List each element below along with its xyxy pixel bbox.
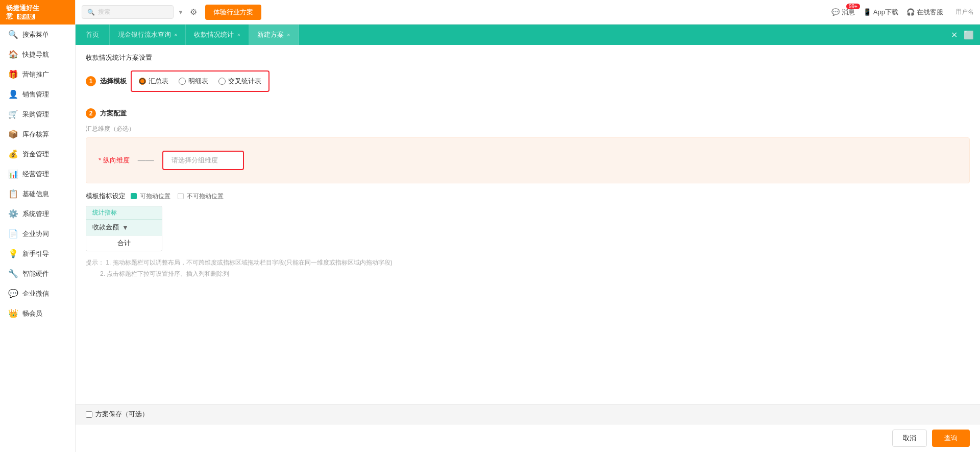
sidebar-item-basic-info[interactable]: 📋 基础信息 [0, 184, 75, 204]
section2-number: 2 [86, 108, 96, 118]
user-icon: 👤 [8, 89, 18, 99]
bulb-icon: 💡 [8, 249, 18, 258]
movable-badge [131, 193, 137, 199]
tips-title: 提示： 1. 拖动标题栏可以调整布局，不可跨维度或指标区域拖动栏目字段(只能在同… [86, 257, 970, 269]
vertical-dimension-label: 纵向维度 [99, 156, 130, 165]
dimension-selector[interactable]: 请选择分组维度 [162, 151, 244, 170]
query-button[interactable]: 查询 [932, 430, 970, 447]
tab-collection-stats[interactable]: 收款情况统计 × [186, 25, 249, 45]
movable-legend: 可拖动位置 不可拖动位置 [131, 192, 224, 201]
sidebar-item-label: 新手引导 [22, 249, 49, 258]
search-menu-icon: 🔍 [8, 30, 18, 39]
sidebar-item-operation[interactable]: 📊 经营管理 [0, 164, 75, 184]
main-area: 🔍 搜索 ▼ ⚙ 体验行业方案 💬 消息 99+ 📱 App下载 🎧 在线客服 … [76, 0, 980, 452]
sidebar-item-new-guide[interactable]: 💡 新手引导 [0, 244, 75, 264]
sidebar-item-label: 畅会员 [22, 309, 42, 318]
dropdown-arrow-icon[interactable]: ▼ [178, 9, 184, 16]
sidebar-item-sales[interactable]: 👤 销售管理 [0, 84, 75, 104]
footer: 方案保存（可选） [76, 404, 980, 424]
tab-new-plan-label: 新建方案 [257, 30, 284, 39]
topbar-right: 💬 消息 99+ 📱 App下载 🎧 在线客服 用户名 [831, 8, 974, 17]
sidebar-item-enterprise-collab[interactable]: 📄 企业协同 [0, 224, 75, 244]
radio-summary[interactable] [139, 78, 146, 85]
page-title: 收款情况统计方案设置 [86, 53, 970, 62]
clipboard-icon: 📋 [8, 189, 18, 199]
dimension-label: 汇总维度（必选） [86, 125, 970, 133]
search-placeholder: 搜索 [98, 8, 110, 16]
trial-button[interactable]: 体验行业方案 [205, 5, 261, 20]
sidebar-item-smart-hardware[interactable]: 🔧 智能硬件 [0, 264, 75, 283]
tab-restore-icon[interactable]: ⬜ [964, 30, 974, 40]
app-download-item[interactable]: 📱 App下载 [863, 8, 898, 17]
radio-detail[interactable] [179, 78, 186, 85]
search-box[interactable]: 🔍 搜索 [82, 5, 174, 19]
tips-section: 提示： 1. 拖动标题栏可以调整布局，不可跨维度或指标区域拖动栏目字段(只能在同… [86, 257, 970, 279]
sidebar-item-enterprise-wechat[interactable]: 💬 企业微信 [0, 283, 75, 303]
tabbar: 首页 现金银行流水查询 × 收款情况统计 × 新建方案 × ✕ ⬜ [76, 25, 980, 45]
message-badge: 99+ [846, 4, 860, 9]
radio-cross[interactable] [218, 78, 226, 85]
indicator-table: 统计指标 收款金额 ▼ 合计 [86, 206, 162, 251]
sidebar-item-label: 经营管理 [22, 170, 49, 179]
tab-new-plan-close[interactable]: × [287, 32, 290, 38]
section-config: 2 方案配置 汇总维度（必选） 纵向维度 —— 请选择分组维度 [86, 108, 970, 279]
app-download-label: App下载 [873, 8, 898, 17]
sidebar-item-purchase[interactable]: 🛒 采购管理 [0, 104, 75, 124]
sidebar-item-marketing[interactable]: 🎁 营销推广 [0, 64, 75, 84]
option-detail-label: 明细表 [188, 77, 208, 86]
sidebar-item-label: 企业协同 [22, 229, 49, 239]
tip1: 1. 拖动标题栏可以调整布局，不可跨维度或指标区域拖动栏目字段(只能在同一维度或… [106, 259, 392, 266]
sidebar-item-label: 采购管理 [22, 110, 49, 119]
online-support-item[interactable]: 🎧 在线客服 [906, 8, 943, 17]
option-cross-label: 交叉统计表 [228, 77, 261, 86]
option-detail[interactable]: 明细表 [179, 77, 208, 86]
tab-close-all-icon[interactable]: ✕ [951, 30, 958, 40]
option-summary[interactable]: 汇总表 [139, 77, 168, 86]
tab-home[interactable]: 首页 [76, 25, 110, 45]
sidebar-item-search-menu[interactable]: 🔍 搜索菜单 [0, 25, 75, 44]
tabbar-actions: ✕ ⬜ [951, 30, 980, 40]
headset-icon: 🎧 [906, 8, 915, 16]
tab-collection-stats-close[interactable]: × [237, 32, 240, 38]
save-checkbox[interactable] [86, 411, 92, 418]
option-cross[interactable]: 交叉统计表 [218, 77, 261, 86]
sidebar-item-finance[interactable]: 💰 资金管理 [0, 144, 75, 164]
dimension-row: 纵向维度 —— 请选择分组维度 [99, 151, 957, 170]
tip2: 2. 点击标题栏下拉可设置排序、插入列和删除列 [86, 269, 970, 280]
tab-cash-bank[interactable]: 现金银行流水查询 × [110, 25, 186, 45]
section1-title: 选择模板 [100, 77, 127, 86]
chat-icon: 💬 [8, 289, 18, 298]
user-name: 用户名 [955, 8, 974, 16]
column-header[interactable]: 收款金额 ▼ [86, 220, 162, 235]
indicator-settings: 模板指标设定 可拖动位置 不可拖动位置 统计指标 [86, 192, 970, 251]
logo-badge: 标准版 [17, 14, 35, 19]
message-item[interactable]: 💬 消息 99+ [831, 8, 855, 17]
sidebar-item-system[interactable]: ⚙️ 系统管理 [0, 204, 75, 224]
logo-subtext: 意 标准版 [6, 12, 39, 20]
sidebar-item-label: 基础信息 [22, 189, 49, 199]
sidebar-item-label: 企业微信 [22, 289, 49, 298]
sidebar-item-inventory[interactable]: 📦 库存核算 [0, 124, 75, 144]
tab-cash-bank-close[interactable]: × [174, 32, 177, 38]
settings-icon[interactable]: ⚙ [190, 7, 197, 17]
section2-header: 2 方案配置 [86, 108, 970, 118]
template-options: 汇总表 明细表 交叉统计表 [131, 70, 270, 92]
not-movable-badge [178, 193, 184, 199]
tab-collection-stats-label: 收款情况统计 [194, 30, 234, 39]
section1-number: 1 [86, 76, 96, 86]
section1-header: 1 选择模板 汇总表 明细表 交叉统计表 [86, 70, 970, 92]
tab-new-plan[interactable]: 新建方案 × [249, 25, 299, 45]
save-option-label: 方案保存（可选） [95, 410, 149, 419]
sidebar-logo: 畅捷通好生 意 标准版 [0, 0, 75, 25]
cancel-button[interactable]: 取消 [892, 430, 927, 447]
sidebar-item-label: 营销推广 [22, 70, 49, 79]
section-template: 1 选择模板 汇总表 明细表 交叉统计表 [86, 70, 970, 98]
content-area: 收款情况统计方案设置 1 选择模板 汇总表 明细表 [76, 45, 980, 452]
sidebar-item-label: 快捷导航 [22, 50, 49, 59]
search-icon: 🔍 [87, 9, 95, 16]
sidebar-item-member[interactable]: 👑 畅会员 [0, 303, 75, 323]
save-option[interactable]: 方案保存（可选） [86, 410, 149, 419]
logo-text: 畅捷通好生 [6, 4, 39, 12]
home-icon: 🏠 [8, 50, 18, 59]
sidebar-item-quick-nav[interactable]: 🏠 快捷导航 [0, 44, 75, 64]
